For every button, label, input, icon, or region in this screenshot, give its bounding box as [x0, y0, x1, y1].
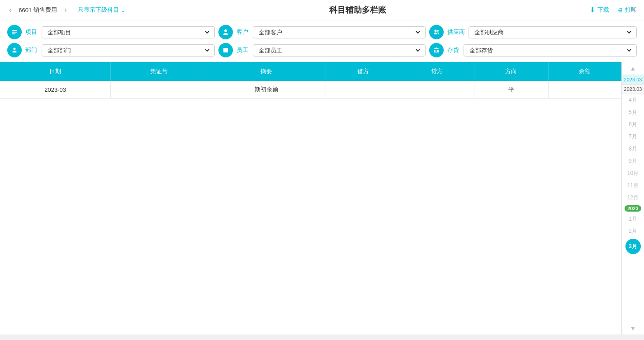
- month-11[interactable]: 11月: [622, 179, 644, 192]
- month-10[interactable]: 10月: [622, 167, 644, 179]
- month-12[interactable]: 12月: [622, 192, 644, 204]
- svg-point-5: [14, 48, 16, 50]
- svg-point-3: [435, 30, 437, 32]
- filter-row-employee: 员工 全部员工: [218, 43, 426, 57]
- department-icon: [7, 43, 22, 57]
- project-icon: [7, 25, 22, 39]
- employee-label: 员工: [237, 46, 249, 54]
- supplier-select[interactable]: 全部供应商: [473, 28, 633, 36]
- account-code: 6601: [19, 7, 32, 14]
- svg-rect-1: [12, 32, 17, 33]
- supplier-select-container[interactable]: 全部供应商: [469, 26, 637, 38]
- month-2[interactable]: 2月: [622, 225, 644, 237]
- filter-row-department: 部门 全部部门: [7, 43, 215, 57]
- ledger-table: 日期 凭证号 摘要 借方 贷方 方向 余额 2023-03 期初余额: [0, 62, 621, 99]
- col-direction: 方向: [474, 62, 548, 81]
- month-8[interactable]: 8月: [622, 143, 644, 155]
- table-row: 2023-03 期初余额 平: [0, 81, 621, 99]
- department-select-container[interactable]: 全部部门: [42, 44, 215, 57]
- table-header-row: 日期 凭证号 摘要 借方 贷方 方向 余额: [0, 62, 621, 81]
- table-wrapper[interactable]: 日期 凭证号 摘要 借方 贷方 方向 余额 2023-03 期初余额: [0, 62, 621, 335]
- svg-rect-7: [224, 49, 225, 50]
- header: ‹ 6601 销售费用 › 只显示下级科目 ⌄ 科目辅助多栏账 ⬇ 下载 🖨 打…: [0, 0, 644, 20]
- month-5[interactable]: 5月: [622, 106, 644, 118]
- svg-rect-8: [224, 50, 227, 51]
- cell-date: 2023-03: [0, 81, 111, 99]
- project-label: 项目: [25, 28, 38, 36]
- cell-voucher: [111, 81, 207, 99]
- employee-icon: [218, 43, 233, 57]
- horizontal-scrollbar[interactable]: [0, 335, 644, 340]
- scroll-down-icon: ▼: [630, 325, 636, 332]
- inventory-icon: [429, 43, 444, 57]
- month-6[interactable]: 6月: [622, 118, 644, 131]
- prev-account-button[interactable]: ‹: [7, 5, 13, 15]
- next-account-button[interactable]: ›: [62, 5, 68, 15]
- month-1[interactable]: 1月: [622, 213, 644, 225]
- customer-label: 客户: [237, 28, 249, 36]
- cell-summary: 期初余额: [207, 81, 326, 99]
- filter-row-inventory: 存货 全部存货: [429, 43, 637, 57]
- supplier-icon: [429, 25, 444, 39]
- col-voucher: 凭证号: [111, 62, 207, 81]
- account-code-display: 6601 销售费用: [19, 6, 57, 14]
- month-3-selected[interactable]: 3月: [625, 237, 641, 255]
- project-select-container[interactable]: 全部项目: [42, 26, 215, 38]
- inventory-select-container[interactable]: 全部存货: [464, 44, 637, 57]
- customer-icon: [218, 25, 233, 39]
- cell-balance: [548, 81, 621, 99]
- download-icon: ⬇: [590, 6, 596, 14]
- col-summary: 摘要: [207, 62, 326, 81]
- filter-row-project: 项目 全部项目: [7, 25, 215, 39]
- main-window: ✕ ‹ 6601 销售费用 › 只显示下级科目 ⌄ 科目辅助多栏账 ⬇ 下载 🖨…: [0, 0, 644, 340]
- filter-row-customer: 客户 全部客户: [218, 25, 426, 39]
- cell-debit: [326, 81, 400, 99]
- filter-row-supplier: 供应商 全部供应商: [429, 25, 637, 39]
- svg-rect-9: [224, 51, 226, 52]
- customer-select-container[interactable]: 全部客户: [253, 26, 426, 38]
- month-7[interactable]: 7月: [622, 131, 644, 143]
- month-nav-sidebar: ▲ 2023.03 2023.03 4月 5月 6月 7月 8月 9月 10月 …: [621, 62, 644, 335]
- scroll-up-icon: ▲: [630, 65, 636, 72]
- filters-section: 项目 全部项目 客户 全部客户 供应商: [0, 20, 644, 62]
- month-4[interactable]: 4月: [622, 94, 644, 106]
- supplier-label: 供应商: [447, 28, 465, 36]
- svg-point-4: [437, 30, 439, 32]
- employee-select[interactable]: 全部员工: [257, 47, 422, 54]
- col-credit: 贷方: [400, 62, 474, 81]
- period-item-1[interactable]: 2023.03: [622, 75, 644, 85]
- cell-credit: [400, 81, 474, 99]
- employee-select-container[interactable]: 全部员工: [253, 44, 426, 57]
- show-sub-accounts-filter[interactable]: 只显示下级科目 ⌄: [78, 6, 126, 14]
- download-button[interactable]: ⬇ 下载: [590, 6, 609, 14]
- inventory-label: 存货: [447, 46, 460, 54]
- page-title: 科目辅助多栏账: [131, 5, 584, 15]
- customer-select[interactable]: 全部客户: [257, 28, 422, 36]
- cell-direction: 平: [474, 81, 548, 99]
- dropdown-arrow-icon: ⌄: [121, 7, 126, 14]
- department-select[interactable]: 全部部门: [46, 47, 211, 54]
- project-select[interactable]: 全部项目: [46, 28, 211, 36]
- col-date: 日期: [0, 62, 111, 81]
- close-button[interactable]: ✕: [630, 5, 637, 14]
- period-item-2[interactable]: 2023.03: [622, 85, 644, 94]
- table-container: 日期 凭证号 摘要 借方 贷方 方向 余额 2023-03 期初余额: [0, 62, 644, 335]
- inventory-select[interactable]: 全部存货: [468, 47, 633, 54]
- account-name: 销售费用: [33, 6, 57, 14]
- download-label: 下载: [597, 6, 609, 14]
- month-9[interactable]: 9月: [622, 155, 644, 167]
- year-badge-2023: 2023: [625, 204, 641, 213]
- col-debit: 借方: [326, 62, 400, 81]
- filter-dropdown-label: 只显示下级科目: [78, 6, 119, 14]
- svg-rect-2: [12, 33, 15, 34]
- month-nav-up-button[interactable]: ▲: [622, 62, 644, 75]
- print-icon: 🖨: [616, 6, 623, 14]
- svg-rect-0: [12, 30, 17, 31]
- department-label: 部门: [25, 46, 38, 54]
- month-nav-down-button[interactable]: ▼: [622, 322, 644, 335]
- col-balance: 余额: [548, 62, 621, 81]
